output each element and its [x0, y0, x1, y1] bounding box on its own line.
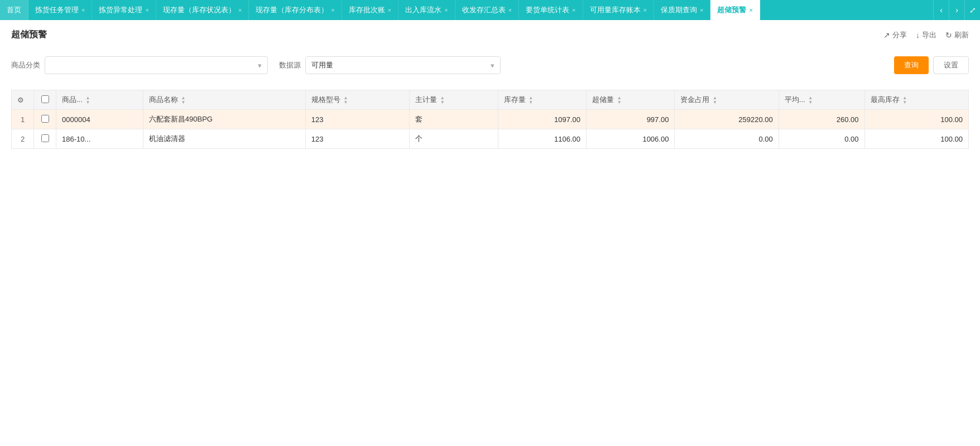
filter-area: 商品分类 ▾ 数据源 可用量 ▾ 查询 设置	[11, 50, 969, 81]
nav-item-summary[interactable]: 收发存汇总表 ×	[455, 0, 519, 20]
nav-expand-button[interactable]: ⤢	[964, 0, 980, 20]
col-header-avg: 平均... ▲ ▼	[779, 90, 864, 110]
sort-down-icon: ▼	[808, 100, 813, 105]
row-product-name: 六配套新昌490BPG	[143, 110, 305, 129]
settings-gear-icon[interactable]: ⚙	[17, 96, 24, 104]
row-checkbox-cell[interactable]	[34, 129, 56, 149]
chevron-down-icon: ▾	[258, 61, 262, 70]
datasource-filter: 数据源 可用量 ▾	[279, 56, 501, 74]
page-header: 超储预警 ↗ 分享 ↓ 导出 ↻ 刷新	[11, 29, 969, 41]
row-checkbox-cell[interactable]	[34, 110, 56, 129]
close-icon[interactable]: ×	[388, 7, 391, 13]
settings-col-header: ⚙	[12, 90, 34, 110]
share-icon: ↗	[883, 31, 890, 40]
main-content: 超储预警 ↗ 分享 ↓ 导出 ↻ 刷新 商品分类 ▾ 数据源	[0, 20, 980, 446]
query-button[interactable]: 查询	[894, 56, 929, 74]
row-avg: 0.00	[779, 129, 864, 149]
row-checkbox[interactable]	[41, 134, 49, 142]
row-spec: 123	[305, 129, 409, 149]
nav-item-expiry[interactable]: 保质期查询 ×	[654, 0, 710, 20]
close-icon[interactable]: ×	[145, 7, 148, 13]
col-header-max-stock: 最高库存 ▲ ▼	[864, 90, 968, 110]
close-icon[interactable]: ×	[331, 7, 334, 13]
datasource-select[interactable]: 可用量 ▾	[305, 56, 501, 74]
datasource-label: 数据源	[279, 60, 301, 70]
nav-arrows: ‹ › ⤢	[933, 0, 980, 20]
col-header-spec: 规格型号 ▲ ▼	[305, 90, 409, 110]
sort-down-icon: ▼	[85, 100, 90, 105]
row-product-name: 机油滤清器	[143, 129, 305, 149]
table-row: 2 186-10... 机油滤清器 123 个 1106.00 1006.00 …	[12, 129, 969, 149]
nav-prev-button[interactable]: ‹	[933, 0, 949, 20]
refresh-icon: ↻	[945, 31, 952, 40]
export-button[interactable]: ↓ 导出	[916, 30, 936, 40]
nav-item-batch[interactable]: 库存批次账 ×	[342, 0, 398, 20]
export-icon: ↓	[916, 31, 920, 40]
nav-item-exception[interactable]: 拣货异常处理 ×	[92, 0, 156, 20]
close-icon[interactable]: ×	[643, 7, 647, 13]
category-label: 商品分类	[11, 60, 40, 70]
sort-down-icon: ▼	[713, 100, 717, 105]
row-checkbox[interactable]	[41, 115, 49, 123]
table-header-row: ⚙ 商品... ▲ ▼ 商品名称 ▲ ▼	[12, 90, 969, 110]
nav-item-stock-dist[interactable]: 现存量（库存分布表） ×	[249, 0, 342, 20]
top-navigation: 首页 拣货任务管理 × 拣货异常处理 × 现存量（库存状况表） × 现存量（库存…	[0, 0, 980, 20]
header-actions: ↗ 分享 ↓ 导出 ↻ 刷新	[883, 30, 969, 40]
refresh-button[interactable]: ↻ 刷新	[945, 30, 969, 40]
nav-item-avail-stock[interactable]: 可用量库存账本 ×	[583, 0, 654, 20]
checkbox-col-header	[34, 90, 56, 110]
sort-down-icon: ▼	[181, 100, 185, 105]
nav-item-home[interactable]: 首页	[0, 0, 28, 20]
sort-down-icon: ▼	[440, 100, 445, 105]
category-select[interactable]: ▾	[45, 56, 268, 74]
row-product-code: 186-10...	[56, 129, 143, 149]
row-capital: 259220.00	[675, 110, 779, 129]
close-icon[interactable]: ×	[749, 7, 752, 13]
page-title: 超储预警	[11, 29, 47, 41]
row-over-stock: 997.00	[587, 110, 675, 129]
sort-down-icon: ▼	[617, 100, 622, 105]
col-header-product-name: 商品名称 ▲ ▼	[143, 90, 305, 110]
data-table: ⚙ 商品... ▲ ▼ 商品名称 ▲ ▼	[11, 90, 969, 149]
filter-actions: 查询 设置	[894, 56, 969, 74]
col-header-product-code: 商品... ▲ ▼	[56, 90, 143, 110]
row-product-code: 0000004	[56, 110, 143, 129]
close-icon[interactable]: ×	[238, 7, 242, 13]
nav-next-button[interactable]: ›	[949, 0, 964, 20]
row-settings-cell: 2	[12, 129, 34, 149]
nav-item-task-mgmt[interactable]: 拣货任务管理 ×	[28, 0, 92, 20]
close-icon[interactable]: ×	[572, 7, 575, 13]
row-avg: 260.00	[779, 110, 864, 129]
nav-item-req-stat[interactable]: 要货单统计表 ×	[519, 0, 583, 20]
row-capital: 0.00	[675, 129, 779, 149]
nav-item-flow[interactable]: 出入库流水 ×	[398, 0, 455, 20]
row-spec: 123	[305, 110, 409, 129]
row-max-stock: 100.00	[864, 129, 968, 149]
nav-item-overstock[interactable]: 超储预警 ×	[710, 0, 760, 20]
select-all-checkbox[interactable]	[41, 95, 49, 103]
close-icon[interactable]: ×	[508, 7, 512, 13]
row-settings-cell: 1	[12, 110, 34, 129]
row-unit: 套	[410, 110, 498, 129]
col-header-over-stock: 超储量 ▲ ▼	[587, 90, 675, 110]
row-over-stock: 1006.00	[587, 129, 675, 149]
row-unit: 个	[410, 129, 498, 149]
close-icon[interactable]: ×	[700, 7, 703, 13]
close-icon[interactable]: ×	[444, 7, 448, 13]
col-header-stock: 库存量 ▲ ▼	[498, 90, 586, 110]
row-stock: 1097.00	[498, 110, 586, 129]
settings-button[interactable]: 设置	[933, 56, 969, 74]
row-max-stock: 100.00	[864, 110, 968, 129]
nav-item-stock-status[interactable]: 现存量（库存状况表） ×	[156, 0, 249, 20]
share-button[interactable]: ↗ 分享	[883, 30, 907, 40]
category-filter: 商品分类 ▾	[11, 56, 268, 74]
table-row: 1 0000004 六配套新昌490BPG 123 套 1097.00 997.…	[12, 110, 969, 129]
chevron-down-icon: ▾	[491, 61, 494, 70]
sort-down-icon: ▼	[343, 100, 348, 105]
close-icon[interactable]: ×	[81, 7, 85, 13]
row-stock: 1106.00	[498, 129, 586, 149]
col-header-unit: 主计量 ▲ ▼	[410, 90, 498, 110]
col-header-capital: 资金占用 ▲ ▼	[675, 90, 779, 110]
datasource-value: 可用量	[311, 60, 333, 70]
sort-down-icon: ▼	[902, 100, 907, 105]
